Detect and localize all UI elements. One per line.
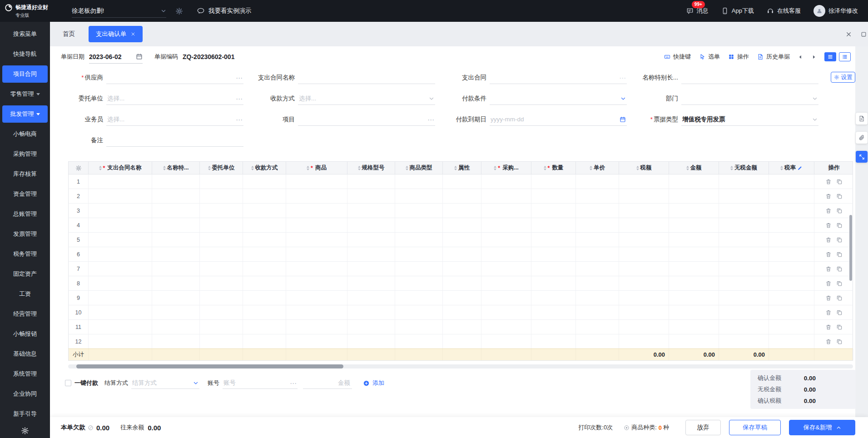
view-toggle-detail[interactable] [839,52,851,61]
tab-home[interactable]: 首页 [55,26,82,42]
long-name-field[interactable] [681,71,818,84]
grid-cell[interactable] [243,276,286,290]
row-number-cell[interactable]: 4 [69,218,89,232]
grid-column-header[interactable]: 操作 [814,162,853,174]
project-input[interactable] [298,113,435,125]
grid-cell[interactable] [669,218,719,232]
grid-column-header[interactable]: *数量 [531,162,576,174]
sort-icon[interactable] [307,166,309,170]
grid-cell[interactable] [243,320,286,334]
invoice-type-field[interactable] [681,113,818,126]
grid-cell[interactable] [286,262,347,276]
expand-panel-button[interactable] [856,151,868,163]
grid-column-header[interactable]: 名称特... [152,162,200,174]
department-input[interactable] [681,92,818,105]
account-input[interactable] [223,377,298,388]
grid-cell[interactable] [395,189,443,203]
sidebar-item-12[interactable]: 固定资产 [0,264,50,284]
receipt-method-field[interactable] [298,92,435,105]
window-icon[interactable] [861,31,867,37]
grid-cell[interactable] [576,247,619,261]
account-field[interactable]: ⋯ [223,377,298,389]
row-number-cell[interactable]: 6 [69,247,89,261]
grid-cell[interactable] [243,334,286,348]
grid-cell[interactable] [347,320,395,334]
grid-cell[interactable] [286,334,347,348]
sort-icon[interactable] [454,166,457,170]
history-button[interactable]: 历史单据 [757,53,790,61]
grid-cell[interactable] [769,218,814,232]
remark-input[interactable] [106,134,243,146]
grid-cell[interactable] [200,218,243,232]
grid-cell[interactable] [619,174,669,189]
sidebar-settings-button[interactable] [0,427,50,435]
grid-cell[interactable] [769,305,814,319]
grid-cell[interactable] [719,276,769,290]
grid-row-8[interactable]: 8 [68,276,853,290]
grid-cell[interactable] [576,174,619,189]
grid-cell[interactable] [669,276,719,290]
sort-icon[interactable] [590,166,592,170]
grid-cell[interactable] [719,291,769,305]
grid-cell[interactable] [243,247,286,261]
grid-row-4[interactable]: 4 [68,218,853,232]
grid-cell[interactable] [576,291,619,305]
grid-cell[interactable] [200,233,243,247]
salesperson-input[interactable] [106,113,243,125]
delete-row-icon[interactable] [825,251,832,258]
grid-cell[interactable] [719,174,769,189]
grid-cell[interactable] [243,189,286,203]
grid-cell[interactable] [443,204,481,218]
grid-cell[interactable] [200,320,243,334]
grid-column-header[interactable]: *支出合同名称 [89,162,152,174]
grid-cell[interactable] [619,262,669,276]
grid-cell[interactable] [200,262,243,276]
grid-cell[interactable] [243,305,286,319]
sidebar-item-18[interactable]: 企业协同 [0,384,50,404]
amount-field[interactable] [303,377,352,389]
grid-cell[interactable] [152,174,200,189]
delete-row-icon[interactable] [825,237,832,243]
grid-cell[interactable] [531,276,576,290]
grid-cell[interactable] [152,334,200,348]
settle-input[interactable] [131,377,199,388]
copy-row-icon[interactable] [836,338,843,345]
row-number-cell[interactable]: 10 [69,305,89,319]
grid-cell[interactable] [347,218,395,232]
delete-row-icon[interactable] [825,208,832,214]
sidebar-item-8[interactable]: 资金管理 [0,184,50,204]
pick-order-button[interactable]: 选单 [699,53,720,61]
grid-cell[interactable] [200,334,243,348]
copy-row-icon[interactable] [836,251,843,258]
grid-cell[interactable] [481,174,531,189]
grid-cell[interactable] [576,262,619,276]
sidebar-item-1[interactable]: 快捷导航 [0,44,50,64]
client-unit-field[interactable]: ⋯ [106,92,243,105]
topbar-gear-icon[interactable] [175,7,183,15]
grid-cell[interactable] [243,262,286,276]
invoice-type-input[interactable] [681,113,818,125]
sidebar-item-0[interactable]: 搜索菜单 [0,24,50,44]
grid-cell[interactable] [443,247,481,261]
grid-cell[interactable] [395,262,443,276]
sidebar-item-13[interactable]: 工资 [0,284,50,304]
grid-cell[interactable] [395,233,443,247]
grid-cell[interactable] [531,174,576,189]
grid-cell[interactable] [395,276,443,290]
grid-cell[interactable] [531,233,576,247]
grid-cell[interactable] [719,204,769,218]
grid-cell[interactable] [481,262,531,276]
grid-cell[interactable] [347,262,395,276]
grid-column-header[interactable]: 税率 [769,162,814,174]
grid-cell[interactable] [619,276,669,290]
grid-cell[interactable] [395,218,443,232]
grid-cell[interactable] [769,189,814,203]
grid-cell[interactable] [286,320,347,334]
onekey-checkbox[interactable] [65,380,71,386]
grid-cell[interactable] [769,174,814,189]
save-and-new-button[interactable]: 保存&新增 [789,420,855,435]
grid-cell[interactable] [347,305,395,319]
grid-cell[interactable] [619,189,669,203]
grid-cell[interactable] [481,189,531,203]
grid-cell[interactable] [619,320,669,334]
